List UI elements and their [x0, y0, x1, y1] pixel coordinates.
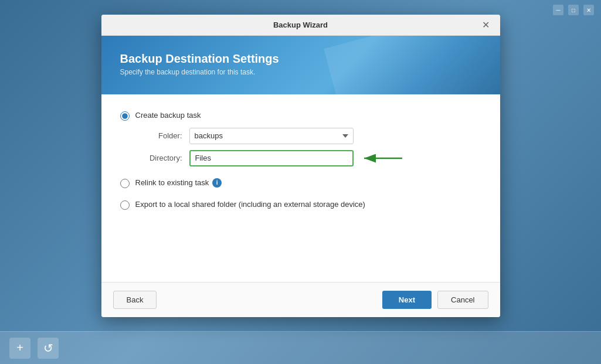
folder-label: Folder: [135, 131, 182, 140]
directory-annotation [189, 150, 405, 166]
create-backup-fields: Folder: backups share documents [135, 128, 481, 166]
title-bar: Backup Wizard ✕ [101, 15, 500, 36]
window-title: Backup Wizard [123, 21, 479, 29]
info-icon[interactable]: i [212, 178, 222, 188]
directory-row: Directory: [135, 150, 481, 166]
header-banner: Backup Destination Settings Specify the … [101, 36, 500, 94]
arrow-annotation-svg [358, 150, 405, 166]
content-area: Create backup task Folder: backups share [101, 94, 500, 282]
folder-select[interactable]: backups share documents [189, 128, 354, 144]
export-label: Export to a local shared folder (includi… [135, 200, 365, 209]
export-radio[interactable] [120, 200, 130, 210]
backup-wizard-window: Backup Wizard ✕ Backup Destination Setti… [101, 15, 500, 317]
footer: Back Next Cancel [101, 282, 500, 317]
relink-option: Relink to existing task i [120, 178, 481, 188]
header-subtitle: Specify the backup destination for this … [120, 68, 481, 76]
header-title: Backup Destination Settings [120, 52, 481, 66]
directory-label: Directory: [135, 154, 182, 162]
export-option: Export to a local shared folder (includi… [120, 200, 481, 210]
create-backup-label: Create backup task [135, 111, 201, 120]
window-close-button[interactable]: ✕ [479, 18, 493, 32]
create-backup-radio[interactable] [120, 111, 130, 121]
directory-input[interactable] [189, 150, 354, 166]
create-backup-option: Create backup task Folder: backups share [120, 111, 481, 166]
footer-right-buttons: Next Cancel [382, 291, 488, 309]
cancel-button[interactable]: Cancel [437, 291, 488, 309]
relink-radio[interactable] [120, 179, 130, 188]
window-overlay: Backup Wizard ✕ Backup Destination Setti… [0, 0, 601, 364]
folder-row: Folder: backups share documents [135, 128, 481, 144]
relink-label: Relink to existing task i [135, 178, 222, 188]
directory-input-wrapper [189, 150, 354, 166]
radio-group: Create backup task Folder: backups share [120, 111, 481, 210]
back-button[interactable]: Back [113, 291, 157, 309]
next-button[interactable]: Next [382, 291, 432, 309]
